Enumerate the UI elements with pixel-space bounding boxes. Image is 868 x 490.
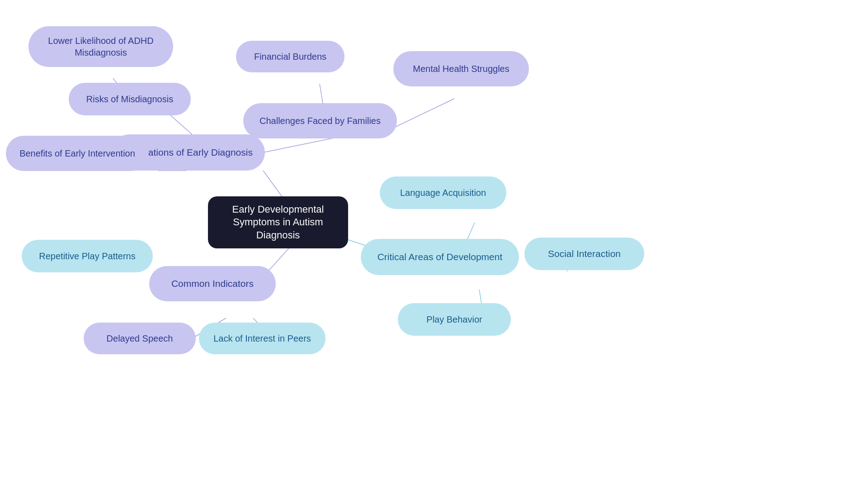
play-behavior-node: Play Behavior — [398, 303, 511, 336]
risks-node: Risks of Misdiagnosis — [69, 83, 191, 115]
benefits-node: Benefits of Early Intervention — [6, 136, 149, 171]
svg-line-4 — [263, 137, 338, 152]
financial-node: Financial Burdens — [236, 41, 344, 72]
challenges-node: Challenges Faced by Families — [243, 103, 397, 138]
mental-health-node: Mental Health Struggles — [393, 51, 529, 86]
repetitive-play-node: Repetitive Play Patterns — [22, 240, 153, 272]
social-interaction-node: Social Interaction — [524, 238, 644, 270]
common-indicators-node: Common Indicators — [149, 266, 276, 301]
center-node: Early Developmental Symptoms in Autism D… — [208, 196, 348, 248]
language-acquisition-node: Language Acquisition — [380, 176, 506, 209]
lack-of-interest-node: Lack of Interest in Peers — [199, 323, 326, 354]
critical-areas-node: Critical Areas of Development — [361, 239, 519, 275]
svg-line-8 — [391, 99, 454, 129]
lower-likelihood-node: Lower Likelihood of ADHD Misdiagnosis — [28, 26, 173, 67]
delayed-speech-node: Delayed Speech — [84, 323, 196, 354]
